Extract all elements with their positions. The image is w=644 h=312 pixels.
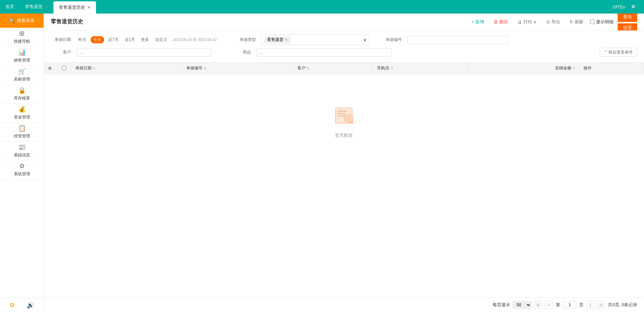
last-page-btn[interactable]: ⟩⟩ <box>597 301 605 309</box>
empty-illustration <box>330 101 357 128</box>
prev-page-btn[interactable]: ⟨ <box>545 301 553 309</box>
export-button[interactable]: ⊙ 导出 <box>544 18 563 26</box>
svg-rect-1 <box>337 111 347 112</box>
finance-mgmt-icon: 💰 <box>18 106 26 113</box>
total-text: 共0页, 0条记录 <box>608 302 637 308</box>
sidebar-bottom: ⚙ 🔊 <box>0 298 44 312</box>
doc-date-sort-icon: ⇅ <box>93 66 95 70</box>
th-settings[interactable]: ⚙ <box>44 63 57 74</box>
top-bar-right: OfTEn ✕ <box>613 3 644 10</box>
table-header-row: ⚙ 单据日期 ⇅ 单据编号 ⇅ 客户 <box>44 63 644 74</box>
volume-bottom-icon[interactable]: 🔊 <box>27 302 34 309</box>
collapse-button[interactable]: ⌃ 收起更多条件 <box>600 48 637 57</box>
th-actual-amount[interactable]: 实销金额 ⇅ <box>468 63 579 74</box>
next-page-btn[interactable]: ⟩ <box>586 301 594 309</box>
page-label: 第 <box>556 302 560 308</box>
sidebar-item-basic-info[interactable]: 📰 基础信息 <box>0 141 44 160</box>
th-doc-date[interactable]: 单据日期 ⇅ <box>71 63 182 74</box>
svg-rect-2 <box>337 113 345 114</box>
page-number-input[interactable] <box>563 302 576 308</box>
th-customer-label: 客户 <box>297 66 306 70</box>
empty-text: 暂无数据 <box>335 132 353 138</box>
empty-state: 暂无数据 <box>44 74 644 165</box>
sidebar: 🔍 搜索菜单 ⊞ 快捷导航 📊 销售管理 🛒 采购管理 🔒 库存核算 💰 资金管… <box>0 14 44 312</box>
export-label: 导出 <box>551 19 560 25</box>
sidebar-item-finance-mgmt[interactable]: 💰 资金管理 <box>0 104 44 122</box>
show-detail-label: 显示明细 <box>596 19 614 25</box>
th-doc-date-label: 单据日期 <box>75 66 92 70</box>
date-btn-7days[interactable]: 近7天 <box>106 36 121 43</box>
date-btn-yesterday[interactable]: 昨天 <box>76 36 89 43</box>
sidebar-item-operation-mgmt[interactable]: 📋 经营管理 <box>0 122 44 141</box>
date-btn-1month[interactable]: 近1月 <box>123 36 137 43</box>
table-empty-row: 暂无数据 <box>44 74 644 166</box>
settings-bottom-icon[interactable]: ⚙ <box>9 302 15 309</box>
sales-mgmt-icon: 📊 <box>18 49 26 56</box>
refresh-button[interactable]: ↻ 刷新 <box>567 18 586 26</box>
date-label: 单据日期 <box>51 37 71 43</box>
brand-text: OfTEn <box>613 4 625 9</box>
th-guide[interactable]: 导购员 ⇅ <box>373 63 468 74</box>
th-guide-label: 导购员 <box>377 66 389 70</box>
print-dropdown-icon: ∨ <box>533 19 537 24</box>
data-table: ⚙ 单据日期 ⇅ 单据编号 ⇅ 客户 <box>44 63 644 165</box>
show-detail-checkbox[interactable] <box>590 20 595 24</box>
system-mgmt-icon: ⚙ <box>19 162 25 170</box>
sidebar-search[interactable]: 🔍 搜索菜单 <box>0 14 44 28</box>
tab-retail-return[interactable]: 零售退货 ✕ <box>20 0 53 14</box>
new-button[interactable]: + 新增 <box>469 18 487 26</box>
sidebar-item-system-mgmt[interactable]: ⚙ 系统管理 <box>0 160 44 179</box>
goods-input[interactable] <box>256 48 391 57</box>
sidebar-item-purchase-mgmt[interactable]: 🛒 采购管理 <box>0 66 44 85</box>
doc-type-label: 单据类型 <box>236 37 256 43</box>
tab-retail-return-history-close[interactable]: ✕ <box>87 5 91 10</box>
delete-button[interactable]: 🗑 删除 <box>491 18 511 26</box>
svg-rect-3 <box>337 115 347 116</box>
date-btn-custom[interactable]: 自定义 <box>153 36 169 43</box>
sidebar-item-sales-mgmt[interactable]: 📊 销售管理 <box>0 47 44 66</box>
doc-no-input[interactable] <box>407 36 509 44</box>
date-range-display: 2023-06-02 至 2023-06-02 <box>173 37 217 42</box>
print-icon: 🖨 <box>518 19 522 24</box>
sidebar-item-quick-nav[interactable]: ⊞ 快捷导航 <box>0 28 44 47</box>
sidebar-item-label-finance-mgmt: 资金管理 <box>14 114 30 120</box>
tab-retail-return-close[interactable]: ✕ <box>45 4 48 9</box>
th-doc-no[interactable]: 单据编号 ⇅ <box>182 63 293 74</box>
date-btn-more[interactable]: 更多 <box>139 36 151 43</box>
sidebar-search-label: 搜索菜单 <box>17 18 34 24</box>
doc-no-sort-icon: ⇅ <box>204 66 207 70</box>
filter-row-1: 单据日期 昨天 今天 近7天 近1月 更多 自定义 2023-06-02 至 2… <box>51 35 637 45</box>
goods-label: 商品 <box>231 49 251 55</box>
date-filter-group: 昨天 今天 近7天 近1月 更多 自定义 2023-06-02 至 2023-0… <box>76 36 217 43</box>
show-detail-checkbox-group[interactable]: 显示明细 <box>590 19 614 25</box>
sidebar-item-label-sales-mgmt: 销售管理 <box>14 58 30 63</box>
sidebar-item-label-purchase-mgmt: 采购管理 <box>14 76 30 82</box>
actual-amount-sort-icon: ⇅ <box>572 66 575 70</box>
th-actual-amount-label: 实销金额 <box>555 66 571 70</box>
th-customer[interactable]: 客户 ⇅ <box>293 63 373 74</box>
print-button[interactable]: 🖨 打印 ∨ <box>515 18 540 26</box>
sidebar-item-label-inventory: 库存核算 <box>14 95 30 101</box>
tab-retail-return-history[interactable]: 零售退货历史 ✕ <box>53 1 96 14</box>
page-size-select[interactable]: 10 20 50 100 <box>513 301 531 309</box>
query-button[interactable]: 查询 <box>618 14 637 22</box>
header-actions: + 新增 🗑 删除 🖨 打印 ∨ ⊙ 导出 ↻ 刷新 显示明细 <box>469 14 637 32</box>
date-btn-today[interactable]: 今天 <box>91 36 104 43</box>
refresh-icon: ↻ <box>570 19 573 24</box>
select-all-checkbox[interactable] <box>62 66 66 70</box>
doc-type-dropdown[interactable]: 零售退货 ✕ ∨ <box>261 35 369 45</box>
window-close-btn[interactable]: ✕ <box>628 3 639 10</box>
tab-home[interactable]: 首页 <box>0 0 20 14</box>
sidebar-item-label-basic-info: 基础信息 <box>14 152 30 158</box>
top-bar: 首页 零售退货 ✕ 零售退货历史 ✕ OfTEn ✕ <box>0 0 644 14</box>
print-label: 打印 <box>523 19 532 25</box>
page-title: 零售退货历史 <box>51 18 469 25</box>
first-page-btn[interactable]: ⟨⟨ <box>534 301 542 309</box>
sidebar-item-inventory[interactable]: 🔒 库存核算 <box>0 85 44 104</box>
quick-nav-icon: ⊞ <box>19 30 24 37</box>
th-check[interactable] <box>57 63 71 74</box>
basic-info-icon: 📰 <box>18 143 26 151</box>
tab-retail-return-history-label: 零售退货历史 <box>59 4 85 10</box>
customer-input[interactable] <box>76 48 212 57</box>
doc-type-tag-close[interactable]: ✕ <box>285 38 288 42</box>
